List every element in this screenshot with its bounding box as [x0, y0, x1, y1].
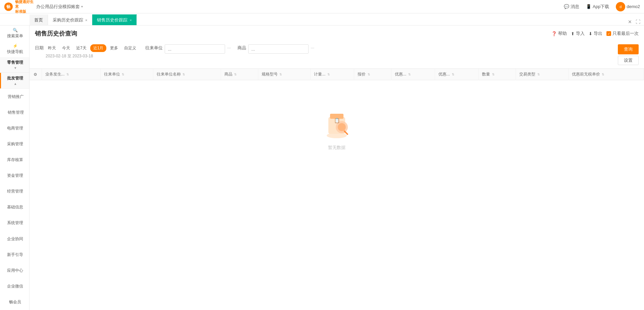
tab-purchase-history-close[interactable]: × [85, 18, 87, 22]
chevron-up-icon: ▴ [14, 82, 16, 86]
maximize-button[interactable]: ⛶ [635, 18, 641, 25]
sidebar-item-shortcut[interactable]: ⚡ 快捷导航 [0, 41, 29, 57]
table-header: ⚙ 业务发生... ⇅ 往来单位 ⇅ 往来单位名称 ⇅ [30, 69, 644, 80]
tab-purchase-history[interactable]: 采购历史价跟踪 × [48, 14, 92, 25]
header-right: 💬 消息 📱 App下载 d demo2 [564, 2, 640, 11]
close-all-tabs-button[interactable]: ✕ [627, 18, 633, 25]
table-col-unit[interactable]: 计量... ⇅ [311, 69, 354, 80]
table-col-goods[interactable]: 商品 ⇅ [221, 69, 258, 80]
sidebar-item-purchase[interactable]: 采购管理 [0, 136, 29, 152]
svg-text:畅: 畅 [6, 4, 10, 9]
sidebar-item-guide[interactable]: 新手引导 [0, 247, 29, 263]
sidebar-item-wholesale[interactable]: 批发管理 ▴ [0, 73, 29, 89]
tab-home[interactable]: 首页 [30, 14, 48, 25]
sidebar-item-sales-mgmt[interactable]: 销售管理 [0, 105, 29, 120]
message-icon: 💬 [564, 4, 569, 9]
table-col-partner-code-label: 往来单位 [104, 72, 120, 76]
goods-filter-group: 商品 ... [237, 44, 314, 54]
table-col-tax-price[interactable]: 优惠前无税单价 ⇅ [568, 69, 644, 80]
date-btn-custom[interactable]: 自定义 [122, 44, 139, 52]
date-buttons: 昨天 今天 近7天 近1月 更多 自定义 [46, 44, 139, 52]
table-col-partner-name[interactable]: 往来单位名称 ⇅ [153, 69, 221, 80]
table-col-trade-type-label: 交易类型 [519, 72, 535, 76]
sidebar-item-finance[interactable]: 资金管理 [0, 168, 29, 184]
sidebar-item-member-label: 畅会员 [9, 299, 21, 305]
table-col-partner-code[interactable]: 往来单位 ⇅ [101, 69, 153, 80]
content-body: ⚙ 业务发生... ⇅ 往来单位 ⇅ 往来单位名称 ⇅ [30, 69, 644, 310]
sidebar-item-search-label: 搜索菜单 [7, 33, 23, 39]
tab-bar-actions: ✕ ⛶ [627, 18, 644, 25]
sidebar-item-search[interactable]: 🔍 搜索菜单 [0, 25, 29, 41]
settings-button[interactable]: 设置 [618, 56, 639, 65]
sidebar-item-member[interactable]: 畅会员 [0, 294, 29, 310]
chevron-down-icon: ▾ [14, 66, 16, 70]
sidebar-item-operation[interactable]: 经营管理 [0, 184, 29, 199]
sort-icon-tax-price: ⇅ [602, 73, 604, 76]
sidebar-item-finance-label: 资金管理 [7, 173, 23, 178]
top-header: 畅 畅捷通好生意 标准版 办公用品行业模拟账套 ▾ 💬 消息 📱 App下载 d… [0, 0, 644, 13]
table-container: ⚙ 业务发生... ⇅ 往来单位 ⇅ 往来单位名称 ⇅ [30, 69, 644, 310]
table-col-partner-name-label: 往来单位名称 [157, 72, 181, 76]
phone-icon: 📱 [586, 4, 591, 9]
table-col-discount1[interactable]: 优惠... ⇅ [391, 69, 435, 80]
table-col-trade-type[interactable]: 交易类型 ⇅ [516, 69, 569, 80]
table-col-tax-price-label: 优惠前无税单价 [572, 72, 600, 76]
sidebar-item-app-center[interactable]: 应用中心 [0, 263, 29, 278]
sidebar-item-enterprise[interactable]: 企业协同 [0, 231, 29, 247]
table-col-biz-date[interactable]: 业务发生... ⇅ [42, 69, 101, 80]
table-col-spec[interactable]: 规格型号 ⇅ [258, 69, 311, 80]
page-actions: ❓ 帮助 ⬆ 导入 ⬇ 导出 ✓ 只看最后一次 [551, 31, 639, 37]
only-last-checkbox[interactable]: ✓ 只看最后一次 [606, 31, 639, 37]
table-col-price[interactable]: 报价 ⇅ [354, 69, 391, 80]
table-col-biz-date-label: 业务发生... [45, 72, 65, 76]
import-button[interactable]: ⬆ 导入 [571, 31, 585, 37]
query-button[interactable]: 查询 [618, 44, 639, 54]
logo-area: 畅 畅捷通好生意 标准版 [4, 0, 34, 14]
sort-icon-discount1: ⇅ [408, 73, 411, 76]
sort-icon-quantity: ⇅ [492, 73, 495, 76]
date-btn-today[interactable]: 今天 [60, 44, 72, 52]
table-col-discount2[interactable]: 优惠... ⇅ [435, 69, 479, 80]
checkbox-checked-icon: ✓ [606, 31, 611, 36]
page-header: 销售历史价查询 ❓ 帮助 ⬆ 导入 ⬇ 导出 ✓ [30, 25, 644, 69]
logo-text: 畅捷通好生意 标准版 [15, 0, 34, 14]
message-label: 消息 [571, 4, 579, 10]
help-button[interactable]: ❓ 帮助 [551, 31, 567, 37]
date-btn-more[interactable]: 更多 [108, 44, 120, 52]
date-btn-yesterday[interactable]: 昨天 [46, 44, 58, 52]
tab-sales-history-close[interactable]: × [129, 18, 131, 22]
empty-state-icon: 📋 [320, 107, 354, 141]
app-download-label: App下载 [593, 4, 609, 10]
shortcut-icon: ⚡ [13, 44, 18, 48]
sidebar-item-marketing[interactable]: 营销推广 [0, 89, 29, 104]
date-btn-1month[interactable]: 近1月 [90, 44, 107, 52]
app-download-button[interactable]: 📱 App下载 [586, 4, 609, 10]
sidebar-item-marketing-label: 营销推广 [8, 94, 24, 100]
sidebar-item-guide-label: 新手引导 [7, 252, 23, 258]
date-btn-7days[interactable]: 近7天 [74, 44, 89, 52]
empty-state-text: 暂无数据 [328, 145, 345, 151]
export-button[interactable]: ⬇ 导出 [589, 31, 602, 37]
avatar-initial: d [620, 5, 622, 9]
sidebar-item-inventory[interactable]: 库存核算 [0, 152, 29, 168]
user-menu-button[interactable]: d demo2 [616, 2, 640, 11]
message-button[interactable]: 💬 消息 [564, 4, 579, 10]
sidebar-item-retail[interactable]: 零售管理 ▾ [0, 57, 29, 73]
tab-sales-history[interactable]: 销售历史价跟踪 × [92, 14, 137, 25]
sidebar-item-ecommerce[interactable]: 电商管理 [0, 120, 29, 136]
table-col-settings[interactable]: ⚙ [30, 69, 42, 80]
export-label: 导出 [594, 31, 602, 37]
page-title: 销售历史价查询 [35, 30, 77, 38]
table-col-discount2-label: 优惠... [438, 72, 450, 76]
goods-filter-input[interactable] [248, 44, 309, 54]
sidebar-item-basic[interactable]: 基础信息 [0, 199, 29, 215]
partner-filter-dots: ... [227, 44, 231, 49]
workspace-dropdown[interactable]: 办公用品行业模拟账套 ▾ [36, 4, 561, 10]
partner-filter-input[interactable] [165, 44, 225, 54]
sidebar-item-ecommerce-label: 电商管理 [7, 125, 23, 131]
sidebar-item-system[interactable]: 系统管理 [0, 215, 29, 231]
date-filter-group: 日期 昨天 今天 近7天 近1月 更多 自定义 2023-02-18 至 202… [35, 44, 139, 59]
main-layout: 🔍 搜索菜单 ⚡ 快捷导航 零售管理 ▾ 批发管理 ▴ 营销推广 销售管理 电商… [0, 25, 644, 310]
sidebar-item-wechat[interactable]: 企业微信 [0, 278, 29, 294]
table-col-quantity[interactable]: 数量 ⇅ [479, 69, 516, 80]
